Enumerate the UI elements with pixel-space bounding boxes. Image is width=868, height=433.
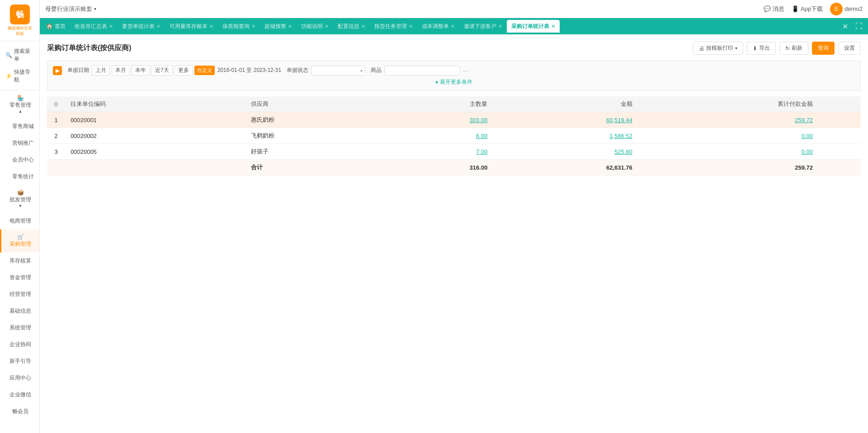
paid-col-header: 累计付款金额 — [638, 96, 818, 112]
quantity-link-1[interactable]: 303.00 — [470, 117, 488, 124]
filter-toggle[interactable]: ▶ — [53, 66, 62, 75]
tab-close-icon[interactable]: ✕ — [451, 24, 455, 29]
goods-label: 商品 — [371, 67, 382, 74]
tab-close-icon[interactable]: ✕ — [209, 24, 213, 29]
user-menu[interactable]: E demo2 — [830, 3, 863, 15]
sidebar-item-wechat[interactable]: 企业微信 — [0, 386, 39, 403]
tab-fullscreen-icon[interactable]: ⛶ — [854, 21, 864, 31]
amount-link-3[interactable]: 525.80 — [614, 148, 632, 155]
tab-close-icon[interactable]: ✕ — [409, 24, 413, 29]
query-button[interactable]: 查询 — [812, 42, 835, 55]
footer-empty — [47, 160, 65, 176]
workspace-selector[interactable]: 母婴行业演示账套 ▾ — [45, 5, 96, 13]
sidebar-item-new-guide[interactable]: 新手引导 — [0, 353, 39, 370]
sidebar-item-finance[interactable]: 资金管理 — [0, 269, 39, 286]
refresh-button[interactable]: ↻ 刷新 — [779, 42, 808, 55]
paid-link-3[interactable]: 0.00 — [802, 148, 813, 155]
tab-pick-task[interactable]: 拣货任务管理 ✕ — [370, 20, 417, 33]
tab-overstock[interactable]: 超储预警 ✕ — [260, 20, 297, 33]
chevron-icon: ▲ — [19, 109, 23, 114]
workspace-label: 母婴行业演示账套 — [45, 5, 92, 13]
goods-input[interactable] — [384, 66, 460, 76]
print-dropdown-icon: ▾ — [735, 46, 737, 51]
sidebar-item-retail-mall[interactable]: 零售商城 — [0, 118, 39, 135]
this-year-btn[interactable]: 本年 — [132, 65, 150, 76]
export-button[interactable]: ⬇ 导出 — [747, 42, 776, 55]
tab-invite-downstream[interactable]: 邀请下游客户 ✕ — [459, 20, 507, 33]
custom-date-btn[interactable]: 自定义 — [194, 66, 215, 75]
sidebar-item-marketing[interactable]: 营销推广 — [0, 135, 39, 152]
print-button[interactable]: 🖨 按模板打印 ▾ — [693, 42, 743, 55]
sidebar-item-app-center[interactable]: 应用中心 — [0, 370, 39, 386]
sidebar-item-member[interactable]: 会员中心 — [0, 152, 39, 168]
tab-close-icon[interactable]: ✕ — [361, 24, 365, 29]
sidebar-item-ecommerce[interactable]: 电商管理 — [0, 213, 39, 229]
sidebar-item-wholesale[interactable]: 📦 批发管理 ▼ — [0, 185, 39, 213]
quantity-link-2[interactable]: 6.00 — [476, 133, 487, 139]
settings-button[interactable]: 设置 — [838, 42, 861, 55]
tab-close-icon[interactable]: ✕ — [251, 24, 255, 29]
tab-shelf-life[interactable]: 保质期查询 ✕ — [218, 20, 260, 33]
paid-link-1[interactable]: 259.72 — [795, 117, 813, 124]
tab-cost-adjust[interactable]: 成本调整单 ✕ — [417, 20, 459, 33]
expand-more-btn[interactable]: ▾ 展开更多条件 — [435, 78, 472, 86]
tab-close-icon[interactable]: ✕ — [109, 24, 113, 29]
footer-paid: 259.72 — [638, 160, 818, 176]
tab-available-stock[interactable]: 可用量库存账本 ✕ — [165, 20, 218, 33]
last-month-btn[interactable]: 上月 — [92, 65, 110, 76]
paid-link-2[interactable]: 0.00 — [802, 133, 813, 139]
supplier-cell-3: 好孩子 — [245, 144, 380, 160]
settings-col-header: ⚙ — [47, 96, 65, 112]
sidebar-item-basic-info[interactable]: 基础信息 — [0, 303, 39, 319]
tab-home[interactable]: 🏠 首页 — [42, 20, 70, 33]
amount-link-2[interactable]: 1,586.52 — [609, 133, 632, 139]
page-title: 采购订单统计表(按供应商) — [47, 43, 132, 53]
footer-quantity: 316.00 — [380, 160, 493, 176]
sidebar-item-cooperation[interactable]: 企业协同 — [0, 336, 39, 353]
last-7-days-btn[interactable]: 近7天 — [151, 65, 173, 76]
footer-empty-2 — [65, 160, 245, 176]
amount-col-header: 金额 — [493, 96, 637, 112]
quick-nav-item[interactable]: ⚡ 快捷导航 — [4, 66, 36, 86]
tab-function-desc[interactable]: 功能说明 ✕ — [297, 20, 333, 33]
more-options-icon[interactable]: ··· — [463, 67, 468, 74]
tab-purchase-summary[interactable]: 采购订单统计表 ✕ — [507, 20, 560, 33]
sidebar-item-system[interactable]: 系统管理 — [0, 319, 39, 336]
column-settings-icon[interactable]: ⚙ — [52, 100, 60, 108]
table-row: 2 00020002 飞鹤奶粉 6.00 1,586.52 0.00 — [47, 128, 861, 144]
data-table: ⚙ 往来单位编码 供应商 主数量 金额 累计付款金额 1 00020001 — [47, 96, 861, 176]
export-icon: ⬇ — [753, 45, 757, 52]
search-menu-item[interactable]: 🔍 搜索菜单 — [4, 45, 36, 66]
amount-cell-2: 1,586.52 — [493, 128, 637, 144]
sidebar-item-retail-stats[interactable]: 零售统计 — [0, 168, 39, 185]
sidebar-item-purchase[interactable]: 🛒 采购管理 — [0, 229, 39, 252]
sidebar-item-retail[interactable]: 🏪 零售管理 ▲ — [0, 90, 39, 118]
tab-order-summary[interactable]: 要货单统计表 ✕ — [118, 20, 165, 33]
amount-link-1[interactable]: 60,519.44 — [606, 117, 632, 124]
message-button[interactable]: 💬 消息 — [764, 5, 784, 13]
header-row: ⚙ 往来单位编码 供应商 主数量 金额 累计付款金额 — [47, 96, 861, 112]
sidebar-item-operations[interactable]: 经营管理 — [0, 286, 39, 303]
logo-text: 畅捷通好生意 标版 — [8, 26, 32, 36]
sidebar-item-inventory[interactable]: 库存核算 — [0, 252, 39, 269]
tab-close-all-icon[interactable]: ✕ — [840, 21, 850, 32]
tab-close-icon[interactable]: ✕ — [156, 24, 160, 29]
tab-close-icon[interactable]: ✕ — [551, 24, 555, 29]
sidebar-item-vip[interactable]: 畅会员 — [0, 403, 39, 420]
amount-cell-3: 525.80 — [493, 144, 637, 160]
quantity-link-3[interactable]: 7.00 — [476, 148, 487, 155]
app-download-button[interactable]: 📱 App下载 — [792, 5, 823, 13]
more-date-btn[interactable]: 更多 — [175, 65, 193, 76]
status-label: 单据状态 — [287, 67, 308, 74]
tab-close-icon[interactable]: ✕ — [288, 24, 292, 29]
sidebar-search-section: 🔍 搜索菜单 ⚡ 快捷导航 — [0, 41, 39, 90]
tab-collect[interactable]: 收发存汇总表 ✕ — [70, 20, 118, 33]
refresh-icon: ↻ — [785, 45, 790, 52]
status-select[interactable] — [311, 66, 365, 76]
tab-close-icon[interactable]: ✕ — [498, 24, 502, 29]
topbar-left: 母婴行业演示账套 ▾ — [45, 5, 96, 13]
tab-close-icon[interactable]: ✕ — [325, 24, 329, 29]
this-month-btn[interactable]: 本月 — [112, 65, 130, 76]
supplier-cell-1: 惠氏奶粉 — [245, 112, 380, 128]
tab-config-info[interactable]: 配置信息 ✕ — [333, 20, 370, 33]
